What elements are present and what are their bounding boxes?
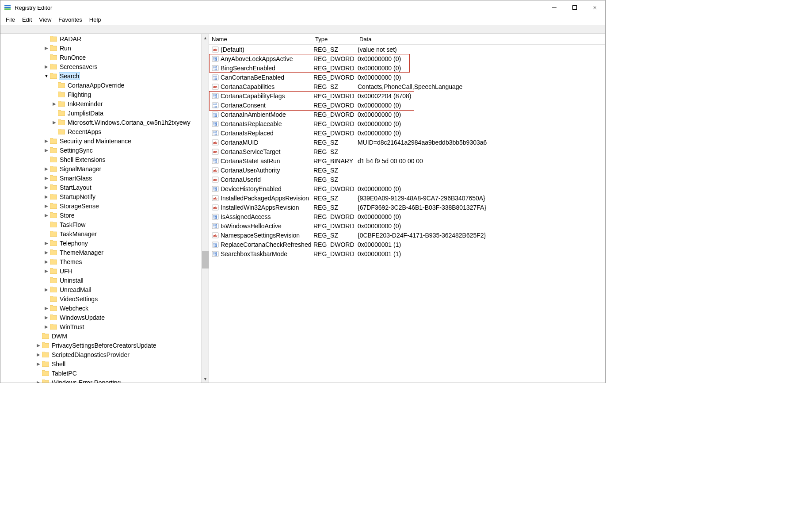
tree-item[interactable]: ▶Webcheck xyxy=(0,303,201,313)
expander-icon[interactable] xyxy=(43,277,50,284)
value-row[interactable]: 011110CortanaConsentREG_DWORD0x00000000 … xyxy=(209,100,605,110)
tree-scrollbar[interactable]: ▲ ▼ xyxy=(201,34,209,383)
value-row[interactable]: 011110CortanaStateLastRunREG_BINARYd1 b4… xyxy=(209,156,605,165)
value-row[interactable]: abCortanaUserIdREG_SZ xyxy=(209,175,605,184)
tree-item[interactable]: ▶SettingSync xyxy=(0,146,201,155)
expander-icon[interactable] xyxy=(51,128,58,135)
expander-icon[interactable] xyxy=(51,82,58,89)
expander-icon[interactable]: ▶ xyxy=(51,119,58,126)
tree-item[interactable]: JumplistData xyxy=(0,108,201,118)
expander-icon[interactable]: ▶ xyxy=(43,45,50,52)
expander-icon[interactable] xyxy=(43,156,50,163)
tree-item[interactable]: RunOnce xyxy=(0,53,201,62)
tree-item[interactable]: Shell Extensions xyxy=(0,155,201,164)
menu-favorites[interactable]: Favorites xyxy=(55,15,85,24)
expander-icon[interactable] xyxy=(35,333,42,340)
expander-icon[interactable] xyxy=(51,110,58,117)
expander-icon[interactable] xyxy=(43,221,50,228)
value-row[interactable]: 011110ReplaceCortanaCheckRefreshedREG_DW… xyxy=(209,240,605,249)
value-row[interactable]: abCortanaServiceTargetREG_SZ xyxy=(209,147,605,156)
tree-item[interactable]: ▶StartupNotify xyxy=(0,192,201,201)
expander-icon[interactable] xyxy=(43,35,50,42)
value-row[interactable]: abCortanaMUIDREG_SZMUID=d8c21641a2984aa9… xyxy=(209,138,605,147)
menu-edit[interactable]: Edit xyxy=(19,15,35,24)
titlebar[interactable]: Registry Editor xyxy=(0,0,605,15)
addressbar[interactable] xyxy=(0,25,605,34)
value-row[interactable]: abCortanaCapabilitiesREG_SZContacts,Phon… xyxy=(209,82,605,91)
expander-icon[interactable]: ▶ xyxy=(43,240,50,247)
tree-item[interactable]: ▶Shell xyxy=(0,359,201,368)
tree-item[interactable]: ▶SmartGlass xyxy=(0,173,201,183)
tree-item[interactable]: ▶Telephony xyxy=(0,238,201,248)
column-data[interactable]: Data xyxy=(357,36,605,42)
expander-icon[interactable]: ▶ xyxy=(51,100,58,107)
tree-item[interactable]: ▶PrivacySettingsBeforeCreatorsUpdate xyxy=(0,341,201,350)
value-row[interactable]: 011110CortanaInAmbientModeREG_DWORD0x000… xyxy=(209,110,605,119)
scroll-thumb[interactable] xyxy=(202,251,209,269)
expander-icon[interactable]: ▶ xyxy=(43,323,50,330)
value-row[interactable]: 011110CortanaIsReplacedREG_DWORD0x000000… xyxy=(209,128,605,138)
menu-view[interactable]: View xyxy=(35,15,55,24)
tree-item[interactable]: ▶StorageSense xyxy=(0,201,201,211)
value-row[interactable]: 011110DeviceHistoryEnabledREG_DWORD0x000… xyxy=(209,184,605,193)
value-row[interactable]: 011110IsAssignedAccessREG_DWORD0x0000000… xyxy=(209,212,605,221)
tree-item[interactable]: TaskFlow xyxy=(0,220,201,229)
expander-icon[interactable] xyxy=(35,370,42,377)
scroll-down-button[interactable]: ▼ xyxy=(202,375,209,383)
expander-icon[interactable] xyxy=(43,54,50,61)
value-row[interactable]: abCortanaUserAuthorityREG_SZ xyxy=(209,165,605,175)
value-row[interactable]: 011110BingSearchEnabledREG_DWORD0x000000… xyxy=(209,63,605,73)
expander-icon[interactable]: ▶ xyxy=(43,249,50,256)
tree-item[interactable]: ▶StartLayout xyxy=(0,183,201,192)
value-row[interactable]: abInstalledPackagedAppsRevisionREG_SZ{93… xyxy=(209,193,605,203)
column-name[interactable]: Name xyxy=(209,36,313,42)
expander-icon[interactable]: ▶ xyxy=(43,138,50,145)
expander-icon[interactable]: ▶ xyxy=(43,268,50,275)
tree-item[interactable]: ▶SignalManager xyxy=(0,164,201,173)
tree-item[interactable]: ▼Search xyxy=(0,71,201,81)
maximize-button[interactable] xyxy=(564,0,585,15)
value-row[interactable]: 011110AnyAboveLockAppsActiveREG_DWORD0x0… xyxy=(209,54,605,63)
scroll-up-button[interactable]: ▲ xyxy=(202,34,209,42)
expander-icon[interactable]: ▼ xyxy=(43,73,50,80)
tree-item[interactable]: ▶Screensavers xyxy=(0,62,201,71)
tree-item[interactable]: TaskManager xyxy=(0,229,201,238)
tree-item[interactable]: VideoSettings xyxy=(0,294,201,303)
tree-item[interactable]: RADAR xyxy=(0,34,201,43)
value-row[interactable]: ab(Default)REG_SZ(value not set) xyxy=(209,45,605,54)
expander-icon[interactable] xyxy=(43,230,50,238)
expander-icon[interactable]: ▶ xyxy=(35,351,42,358)
tree-item[interactable]: ▶ScriptedDiagnosticsProvider xyxy=(0,350,201,359)
tree-item[interactable]: ▶Security and Maintenance xyxy=(0,136,201,146)
tree-item[interactable]: ▶UFH xyxy=(0,266,201,276)
expander-icon[interactable]: ▶ xyxy=(35,342,42,349)
tree-item[interactable]: CortanaAppOverride xyxy=(0,81,201,90)
close-button[interactable] xyxy=(585,0,605,15)
value-row[interactable]: 011110CanCortanaBeEnabledREG_DWORD0x0000… xyxy=(209,73,605,82)
expander-icon[interactable]: ▶ xyxy=(43,314,50,321)
expander-icon[interactable]: ▶ xyxy=(35,361,42,368)
expander-icon[interactable]: ▶ xyxy=(43,286,50,293)
expander-icon[interactable]: ▶ xyxy=(43,184,50,191)
tree-item[interactable]: DWM xyxy=(0,331,201,341)
tree-item[interactable]: ▶InkReminder xyxy=(0,99,201,108)
expander-icon[interactable]: ▶ xyxy=(43,165,50,173)
tree-item[interactable]: ▶WinTrust xyxy=(0,322,201,331)
tree-item[interactable]: Uninstall xyxy=(0,276,201,285)
tree-item[interactable]: ▶Windows Error Reporting xyxy=(0,378,201,383)
tree-item[interactable]: ▶UnreadMail xyxy=(0,285,201,294)
tree-item[interactable]: ▶Themes xyxy=(0,257,201,266)
expander-icon[interactable] xyxy=(51,91,58,98)
expander-icon[interactable]: ▶ xyxy=(43,193,50,200)
tree-item[interactable]: ▶WindowsUpdate xyxy=(0,313,201,322)
tree-item[interactable]: TabletPC xyxy=(0,368,201,378)
tree-item[interactable]: Flighting xyxy=(0,90,201,99)
value-row[interactable]: abNamespaceSettingsRevisionREG_SZ{0CBFE2… xyxy=(209,230,605,240)
value-row[interactable]: 011110CortanaCapabilityFlagsREG_DWORD0x0… xyxy=(209,91,605,100)
expander-icon[interactable]: ▶ xyxy=(43,203,50,210)
menu-file[interactable]: File xyxy=(2,15,19,24)
column-type[interactable]: Type xyxy=(313,36,357,42)
expander-icon[interactable] xyxy=(43,295,50,303)
expander-icon[interactable]: ▶ xyxy=(43,212,50,219)
expander-icon[interactable]: ▶ xyxy=(43,147,50,154)
